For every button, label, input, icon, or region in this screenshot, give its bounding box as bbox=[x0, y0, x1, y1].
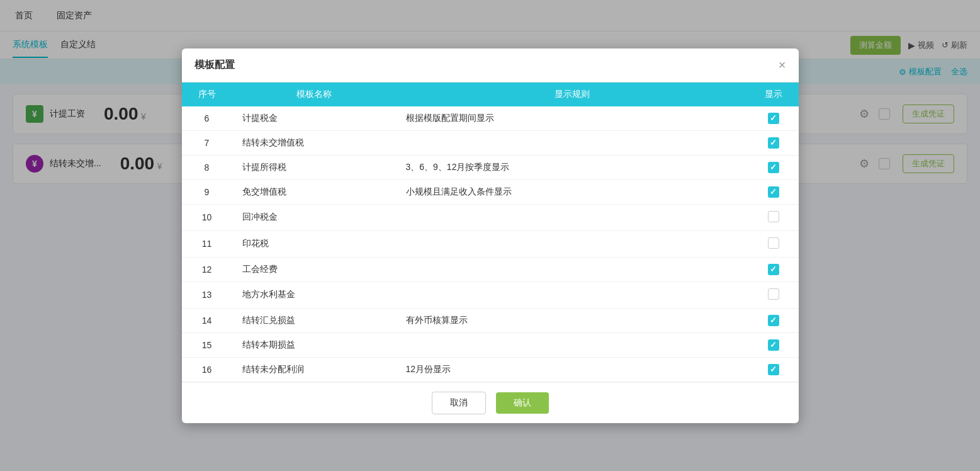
table-row: 13地方水利基金 bbox=[182, 281, 799, 308]
cell-checkbox[interactable] bbox=[748, 308, 799, 332]
checkbox-item-9[interactable] bbox=[768, 186, 779, 198]
cell-name: 计提税金 bbox=[232, 106, 396, 131]
table-row: 14结转汇兑损益有外币核算显示 bbox=[182, 308, 799, 332]
cell-index: 8 bbox=[182, 155, 232, 179]
modal-footer: 取消 确认 bbox=[182, 382, 799, 423]
table-row: 9免交增值税小规模且满足收入条件显示 bbox=[182, 179, 799, 204]
cell-name: 结转本期损益 bbox=[232, 332, 396, 357]
cell-index: 15 bbox=[182, 332, 232, 357]
th-name: 模板名称 bbox=[232, 82, 396, 106]
cancel-button[interactable]: 取消 bbox=[432, 392, 486, 414]
table-row: 6计提税金根据模版配置期间显示 bbox=[182, 106, 799, 131]
modal-close-button[interactable]: × bbox=[779, 59, 786, 71]
cell-rule bbox=[396, 230, 748, 257]
cell-checkbox[interactable] bbox=[748, 257, 799, 281]
modal-overlay: 模板配置 × 序号 模板名称 显示规则 显示 6计提税金根据模版配置期间显示7结… bbox=[0, 0, 980, 471]
th-index: 序号 bbox=[182, 82, 232, 106]
cell-index: 11 bbox=[182, 230, 232, 257]
cell-name: 计提所得税 bbox=[232, 155, 396, 179]
table-row: 12工会经费 bbox=[182, 257, 799, 281]
cell-name: 结转未交增值税 bbox=[232, 130, 396, 155]
cell-index: 12 bbox=[182, 257, 232, 281]
checkbox-item-15[interactable] bbox=[768, 339, 779, 351]
cell-index: 6 bbox=[182, 106, 232, 131]
modal-body: 序号 模板名称 显示规则 显示 6计提税金根据模版配置期间显示7结转未交增值税8… bbox=[182, 82, 799, 382]
th-rule: 显示规则 bbox=[396, 82, 748, 106]
cell-name: 工会经费 bbox=[232, 257, 396, 281]
cell-index: 16 bbox=[182, 357, 232, 382]
table-row: 15结转本期损益 bbox=[182, 332, 799, 357]
modal-title: 模板配置 bbox=[194, 59, 235, 72]
cell-rule bbox=[396, 257, 748, 281]
cell-checkbox[interactable] bbox=[748, 357, 799, 382]
modal-template-config: 模板配置 × 序号 模板名称 显示规则 显示 6计提税金根据模版配置期间显示7结… bbox=[182, 48, 799, 423]
confirm-button[interactable]: 确认 bbox=[496, 392, 549, 414]
table-row: 7结转未交增值税 bbox=[182, 130, 799, 155]
cell-checkbox[interactable] bbox=[748, 230, 799, 257]
modal-header: 模板配置 × bbox=[182, 48, 799, 82]
cell-rule bbox=[396, 130, 748, 155]
cell-rule bbox=[396, 332, 748, 357]
cell-checkbox[interactable] bbox=[748, 281, 799, 308]
cell-rule: 根据模版配置期间显示 bbox=[396, 106, 748, 131]
checkbox-item-16[interactable] bbox=[768, 364, 779, 375]
config-table: 序号 模板名称 显示规则 显示 6计提税金根据模版配置期间显示7结转未交增值税8… bbox=[182, 82, 799, 382]
cell-index: 10 bbox=[182, 204, 232, 230]
checkbox-item-12[interactable] bbox=[768, 264, 779, 275]
cell-name: 地方水利基金 bbox=[232, 281, 396, 308]
cell-index: 13 bbox=[182, 281, 232, 308]
cell-name: 结转未分配利润 bbox=[232, 357, 396, 382]
cell-checkbox[interactable] bbox=[748, 106, 799, 131]
cell-rule: 有外币核算显示 bbox=[396, 308, 748, 332]
checkbox-item-10[interactable] bbox=[768, 211, 779, 222]
checkbox-item-8[interactable] bbox=[768, 162, 779, 173]
cell-index: 9 bbox=[182, 179, 232, 204]
cell-index: 14 bbox=[182, 308, 232, 332]
th-display: 显示 bbox=[748, 82, 799, 106]
table-row: 8计提所得税3、6、9、12月按季度显示 bbox=[182, 155, 799, 179]
cell-rule: 小规模且满足收入条件显示 bbox=[396, 179, 748, 204]
table-header-row: 序号 模板名称 显示规则 显示 bbox=[182, 82, 799, 106]
cell-checkbox[interactable] bbox=[748, 179, 799, 204]
cell-rule: 3、6、9、12月按季度显示 bbox=[396, 155, 748, 179]
cell-name: 回冲税金 bbox=[232, 204, 396, 230]
cell-checkbox[interactable] bbox=[748, 204, 799, 230]
checkbox-item-7[interactable] bbox=[768, 137, 779, 149]
cell-index: 7 bbox=[182, 130, 232, 155]
table-row: 10回冲税金 bbox=[182, 204, 799, 230]
checkbox-item-13[interactable] bbox=[768, 288, 779, 300]
table-row: 11印花税 bbox=[182, 230, 799, 257]
cell-name: 印花税 bbox=[232, 230, 396, 257]
cell-name: 结转汇兑损益 bbox=[232, 308, 396, 332]
cell-checkbox[interactable] bbox=[748, 130, 799, 155]
cell-name: 免交增值税 bbox=[232, 179, 396, 204]
cell-rule bbox=[396, 204, 748, 230]
cell-checkbox[interactable] bbox=[748, 332, 799, 357]
cell-checkbox[interactable] bbox=[748, 155, 799, 179]
cell-rule bbox=[396, 281, 748, 308]
table-row: 16结转未分配利润12月份显示 bbox=[182, 357, 799, 382]
checkbox-item-14[interactable] bbox=[768, 315, 779, 326]
checkbox-item-6[interactable] bbox=[768, 113, 779, 124]
cell-rule: 12月份显示 bbox=[396, 357, 748, 382]
checkbox-item-11[interactable] bbox=[768, 237, 779, 249]
